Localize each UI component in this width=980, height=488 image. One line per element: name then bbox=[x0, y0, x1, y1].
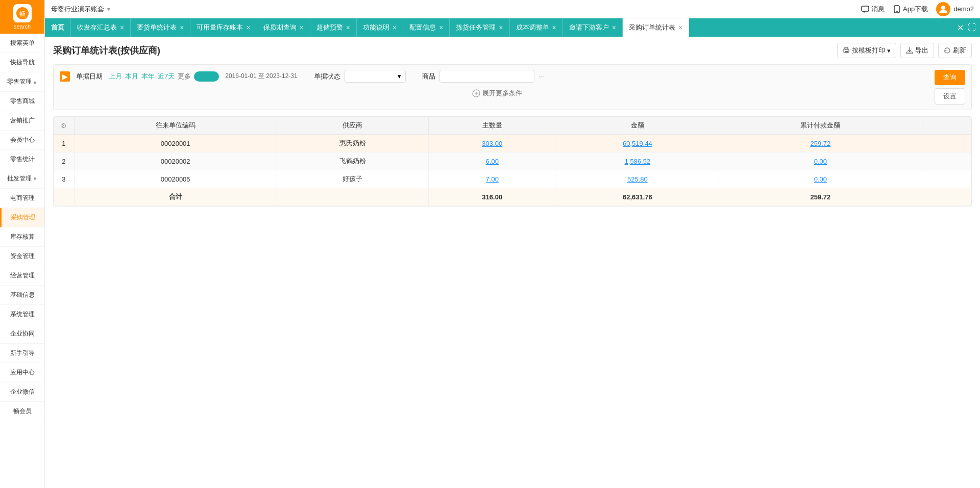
svg-rect-8 bbox=[845, 51, 848, 53]
status-select-arrow[interactable]: ▾ bbox=[398, 72, 401, 80]
cell-supplier-0: 惠氏奶粉 bbox=[277, 135, 428, 152]
more-btn[interactable]: 更多 bbox=[178, 72, 191, 81]
query-area: 查询 设置 bbox=[935, 70, 965, 105]
tab-close-purchase-order-stats[interactable]: × bbox=[678, 23, 682, 32]
tabbar-close-all[interactable]: ✕ ⛶ bbox=[953, 23, 980, 33]
sidebar-item-enterprise-collab[interactable]: 企业协同 bbox=[0, 324, 44, 344]
tab-receive-summary[interactable]: 收发存汇总表 × bbox=[71, 18, 131, 37]
sidebar-item-app-center[interactable]: 应用中心 bbox=[0, 363, 44, 382]
col-cumulative-payment: 累计付款金额 bbox=[719, 117, 922, 135]
footer-quantity: 316.00 bbox=[428, 188, 556, 206]
sidebar-item-marketing[interactable]: 营销推广 bbox=[0, 111, 44, 131]
cell-cumulative-payment-1[interactable]: 0.00 bbox=[719, 152, 922, 170]
sidebar-item-vip-member[interactable]: 畅会员 bbox=[0, 402, 44, 421]
tab-close-cost-adjust[interactable]: × bbox=[552, 23, 556, 32]
sidebar-item-search[interactable]: 搜索英单 bbox=[0, 34, 44, 53]
sidebar-logo[interactable]: 畅 search bbox=[0, 0, 44, 34]
filter-toggle-button[interactable]: ▶ bbox=[60, 71, 70, 82]
tab-close-receive-summary[interactable]: × bbox=[120, 23, 124, 32]
sidebar-item-basic-info[interactable]: 基础信息 bbox=[0, 286, 44, 305]
export-button[interactable]: 导出 bbox=[900, 43, 934, 58]
company-dropdown-arrow[interactable]: ▾ bbox=[107, 6, 110, 13]
page-title: 采购订单统计表(按供应商) bbox=[53, 44, 160, 57]
cell-amount-1[interactable]: 1,586.52 bbox=[556, 152, 719, 170]
sidebar-item-retail-store[interactable]: 零售商城 bbox=[0, 92, 44, 111]
sidebar-item-ecommerce-mgmt[interactable]: 电商管理 bbox=[0, 189, 44, 208]
sidebar-item-sys-mgmt[interactable]: 系统管理 bbox=[0, 305, 44, 324]
cell-quantity-0[interactable]: 303.00 bbox=[428, 135, 556, 152]
tab-order-stats[interactable]: 要货单统计表 × bbox=[131, 18, 190, 37]
tab-close-config-info[interactable]: × bbox=[439, 23, 443, 32]
tab-invite-downstream[interactable]: 邀请下游客户 × bbox=[563, 18, 623, 37]
goods-input-more[interactable]: ··· bbox=[538, 72, 544, 80]
tab-home[interactable]: 首页 bbox=[45, 18, 71, 37]
settings-gear-icon[interactable]: ⚙ bbox=[61, 122, 67, 130]
last-month-btn[interactable]: 上月 bbox=[109, 72, 122, 81]
sidebar-item-wholesale-mgmt[interactable]: 批发管理 ▼ bbox=[0, 169, 44, 189]
cell-amount-0[interactable]: 60,519.44 bbox=[556, 135, 719, 152]
col-settings[interactable]: ⚙ bbox=[54, 117, 74, 135]
date-label: 单据日期 bbox=[76, 72, 103, 81]
refresh-button[interactable]: 刷新 bbox=[938, 43, 972, 58]
last-7-days-btn[interactable]: 近7天 bbox=[158, 72, 175, 81]
table-row: 1 00020001 惠氏奶粉 303.00 60,519.44 259.72 bbox=[54, 135, 971, 152]
cell-cumulative-payment-2[interactable]: 0.00 bbox=[719, 170, 922, 188]
tab-close-function-desc[interactable]: × bbox=[393, 23, 397, 32]
setting-button[interactable]: 设置 bbox=[935, 88, 965, 105]
query-button[interactable]: 查询 bbox=[935, 70, 965, 85]
goods-input[interactable] bbox=[439, 70, 534, 83]
company-name[interactable]: 母婴行业演示账套 bbox=[51, 5, 104, 14]
tab-function-desc[interactable]: 功能说明 × bbox=[357, 18, 403, 37]
this-month-btn[interactable]: 本月 bbox=[125, 72, 138, 81]
sidebar-item-retail-mgmt[interactable]: 零售管理 ▲ bbox=[0, 72, 44, 92]
tab-cost-adjust[interactable]: 成本调整单 × bbox=[510, 18, 563, 37]
sidebar-item-quick-nav[interactable]: 快捷导航 bbox=[0, 53, 44, 72]
sidebar-item-ops-mgmt[interactable]: 经营管理 bbox=[0, 266, 44, 286]
tab-close-expiry-query[interactable]: × bbox=[300, 23, 304, 32]
sidebar-item-purchase-mgmt[interactable]: 采购管理 bbox=[0, 208, 44, 227]
cell-quantity-1[interactable]: 6.00 bbox=[428, 152, 556, 170]
data-table: ⚙ 往来单位编码 供应商 主数量 金额 累计付款金额 1 00020001 惠氏… bbox=[54, 117, 971, 206]
tab-close-available-inventory[interactable]: × bbox=[246, 23, 250, 32]
logo-text: search bbox=[14, 23, 31, 30]
sidebar-item-enterprise-wechat[interactable]: 企业微信 bbox=[0, 382, 44, 402]
cell-quantity-2[interactable]: 7.00 bbox=[428, 170, 556, 188]
tab-close-overstock-warning[interactable]: × bbox=[346, 23, 350, 32]
cell-extra-2 bbox=[922, 170, 971, 188]
print-button[interactable]: 按模板打印 ▾ bbox=[837, 43, 896, 58]
sidebar-item-member-center[interactable]: 会员中心 bbox=[0, 131, 44, 150]
tab-overstock-warning[interactable]: 超储预警 × bbox=[310, 18, 357, 37]
cell-no-0: 1 bbox=[54, 135, 74, 152]
tab-config-info[interactable]: 配置信息 × bbox=[403, 18, 450, 37]
tab-purchase-order-stats[interactable]: 采购订单统计表 × bbox=[623, 18, 689, 37]
app-download-button[interactable]: App下载 bbox=[893, 5, 928, 14]
message-button[interactable]: 消息 bbox=[861, 5, 885, 14]
tab-available-inventory[interactable]: 可用量库存账本 × bbox=[190, 18, 257, 37]
user-menu[interactable]: demo2 bbox=[936, 2, 974, 16]
tab-close-invite-downstream[interactable]: × bbox=[612, 23, 616, 32]
tab-pick-task-mgmt[interactable]: 拣货任务管理 × bbox=[450, 18, 509, 37]
sidebar-item-inventory-check[interactable]: 库存核算 bbox=[0, 227, 44, 247]
cell-supplier-2: 好孩子 bbox=[277, 170, 428, 188]
status-filter-section: 单据状态 ▾ bbox=[314, 70, 406, 83]
tab-expiry-query[interactable]: 保质期查询 × bbox=[257, 18, 310, 37]
expand-more-btn[interactable]: 展开更多条件 bbox=[472, 89, 522, 98]
cell-no-1: 2 bbox=[54, 152, 74, 170]
cell-code-0: 00020001 bbox=[74, 135, 277, 152]
cell-amount-2[interactable]: 525.80 bbox=[556, 170, 719, 188]
page-content: 采购订单统计表(按供应商) 按模板打印 ▾ 导出 刷新 bbox=[45, 37, 980, 488]
goods-filter-section: 商品 ··· bbox=[422, 70, 544, 83]
sidebar-item-finance-mgmt[interactable]: 资金管理 bbox=[0, 247, 44, 266]
svg-point-5 bbox=[941, 6, 945, 10]
print-dropdown-arrow[interactable]: ▾ bbox=[887, 47, 891, 55]
close-all-icon[interactable]: ✕ bbox=[957, 23, 964, 33]
sidebar-item-retail-stats[interactable]: 零售统计 bbox=[0, 150, 44, 169]
maximize-icon[interactable]: ⛶ bbox=[968, 23, 976, 32]
sidebar-item-new-guide[interactable]: 新手引导 bbox=[0, 344, 44, 363]
tab-close-order-stats[interactable]: × bbox=[180, 23, 184, 32]
status-select[interactable]: ▾ bbox=[345, 70, 406, 83]
footer-empty-1 bbox=[54, 188, 74, 206]
cell-cumulative-payment-0[interactable]: 259.72 bbox=[719, 135, 922, 152]
this-year-btn[interactable]: 本年 bbox=[141, 72, 155, 81]
tab-close-pick-task-mgmt[interactable]: × bbox=[499, 23, 503, 32]
